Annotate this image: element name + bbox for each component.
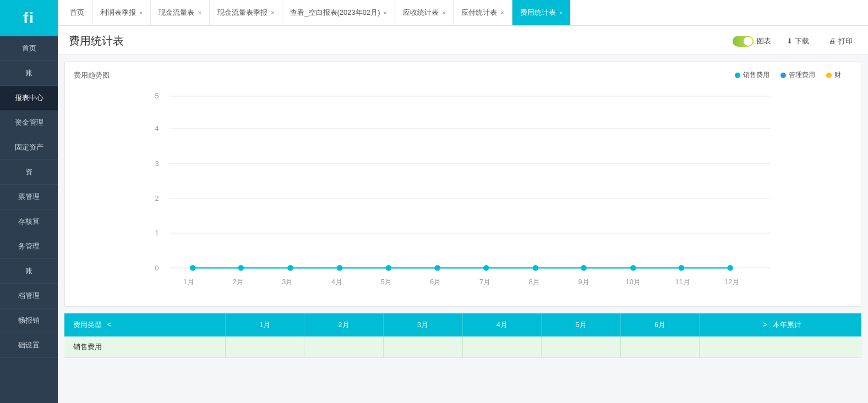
svg-text:6月: 6月 — [430, 278, 441, 286]
col-month-4: 4月 — [462, 313, 542, 336]
sidebar: fi 首页 账 报表中心 资金管理 固定资产 资 票管理 存核算 务管理 账 档… — [0, 0, 58, 403]
svg-point-21 — [630, 265, 636, 271]
nav-next-arrow[interactable]: > — [760, 320, 771, 329]
tab-payable[interactable]: 应付统计表 × — [454, 0, 512, 25]
legend-admin: 管理费用 — [780, 70, 815, 80]
svg-text:5月: 5月 — [381, 278, 392, 286]
col-month-1: 1月 — [225, 313, 304, 336]
tab-close-profit[interactable]: × — [139, 9, 143, 16]
row-month-5 — [542, 336, 621, 358]
toggle-label: 图表 — [757, 36, 771, 46]
svg-text:8月: 8月 — [529, 278, 540, 286]
chart-section: 费用趋势图 销售费用 管理费用 财 — [64, 61, 861, 307]
tab-close-receivable[interactable]: × — [442, 9, 445, 16]
sidebar-item-report-center[interactable]: 报表中心 — [0, 86, 58, 111]
svg-text:10月: 10月 — [626, 278, 641, 286]
svg-point-19 — [533, 265, 539, 271]
tab-close-payable[interactable]: × — [500, 9, 504, 16]
page-content: 费用统计表 图表 ⬇ 下载 🖨 打印 费用趋势图 — [58, 26, 868, 403]
sidebar-item-service[interactable]: 务管理 — [0, 234, 58, 259]
chart-container: 5 4 3 2 1 0 — [74, 87, 852, 297]
toggle-wrap: 图表 — [733, 36, 771, 47]
row-month-1 — [225, 336, 304, 358]
tab-close-blank-report[interactable]: × — [384, 9, 387, 16]
sidebar-item-expense[interactable]: 畅报销 — [0, 308, 58, 333]
sidebar-item-fixed-assets[interactable]: 固定资产 — [0, 135, 58, 160]
nav-prev-arrow[interactable]: < — [104, 320, 115, 329]
svg-text:4: 4 — [155, 125, 159, 133]
svg-text:3月: 3月 — [282, 278, 293, 286]
row-type-label: 销售费用 — [64, 336, 225, 358]
svg-text:1月: 1月 — [183, 278, 194, 286]
svg-text:12月: 12月 — [724, 278, 739, 286]
table-section: 费用类型 < 1月 2月 3月 4月 5月 6月 > 本年累计 — [64, 313, 861, 358]
sidebar-item-account[interactable]: 账 — [0, 61, 58, 86]
sidebar-item-archive[interactable]: 档管理 — [0, 284, 58, 308]
col-ytd: > 本年累计 — [700, 313, 861, 336]
svg-point-22 — [679, 265, 685, 271]
svg-point-18 — [483, 265, 489, 271]
tab-close-cashflow-quarterly[interactable]: × — [271, 9, 274, 16]
svg-point-13 — [238, 265, 244, 271]
row-ytd — [700, 336, 861, 358]
col-month-5: 5月 — [542, 313, 621, 336]
svg-text:2: 2 — [155, 195, 159, 202]
main-area: 首页 利润表季报 × 现金流量表 × 现金流量表季报 × 查看_空白报表(202… — [58, 0, 868, 403]
svg-point-16 — [386, 265, 392, 271]
svg-text:1: 1 — [155, 229, 159, 237]
row-month-6 — [620, 336, 700, 358]
tab-close-cashflow[interactable]: × — [198, 9, 201, 16]
row-month-4 — [462, 336, 542, 358]
svg-text:11月: 11月 — [675, 278, 690, 286]
page-header: 费用统计表 图表 ⬇ 下载 🖨 打印 — [58, 26, 868, 54]
col-month-2: 2月 — [304, 313, 384, 336]
print-button[interactable]: 🖨 打印 — [825, 34, 857, 48]
sidebar-item-fund[interactable]: 资金管理 — [0, 111, 58, 135]
svg-point-14 — [287, 265, 293, 271]
svg-text:4月: 4月 — [331, 278, 342, 286]
tab-home[interactable]: 首页 — [62, 0, 92, 25]
legend-finance: 财 — [826, 70, 841, 80]
data-table: 费用类型 < 1月 2月 3月 4月 5月 6月 > 本年累计 — [64, 313, 861, 358]
sidebar-item-ticket[interactable]: 票管理 — [0, 185, 58, 209]
sidebar-item-settings[interactable]: 础设置 — [0, 333, 58, 358]
sidebar-item-home[interactable]: 首页 — [0, 36, 58, 61]
sidebar-item-account2[interactable]: 账 — [0, 259, 58, 284]
tabs-bar: 首页 利润表季报 × 现金流量表 × 现金流量表季报 × 查看_空白报表(202… — [58, 0, 868, 26]
download-button[interactable]: ⬇ 下载 — [782, 34, 814, 48]
legend-dot-admin — [780, 73, 786, 78]
chart-toggle[interactable] — [733, 36, 754, 47]
col-type: 费用类型 < — [64, 313, 225, 336]
tab-blank-report[interactable]: 查看_空白报表(2023年02月) × — [282, 0, 395, 25]
chart-legend: 销售费用 管理费用 财 — [735, 70, 841, 80]
svg-point-20 — [581, 265, 587, 271]
tab-cashflow[interactable]: 现金流量表 × — [151, 0, 209, 25]
tab-profit[interactable]: 利润表季报 × — [92, 0, 151, 25]
row-month-3 — [383, 336, 462, 358]
legend-dot-finance — [826, 73, 832, 78]
svg-text:7月: 7月 — [479, 278, 490, 286]
row-month-2 — [304, 336, 384, 358]
print-icon: 🖨 — [829, 37, 836, 45]
sidebar-logo: fi — [0, 0, 58, 36]
svg-point-23 — [727, 265, 733, 271]
chart-svg: 5 4 3 2 1 0 — [74, 87, 852, 296]
svg-text:2月: 2月 — [232, 278, 243, 286]
tab-close-expense-stats[interactable]: × — [559, 9, 563, 16]
col-month-6: 6月 — [620, 313, 700, 336]
tab-cashflow-quarterly[interactable]: 现金流量表季报 × — [210, 0, 282, 25]
tab-expense-stats[interactable]: 费用统计表 × — [512, 0, 571, 25]
svg-text:5: 5 — [155, 92, 159, 100]
svg-point-15 — [337, 265, 343, 271]
page-title: 费用统计表 — [69, 34, 124, 48]
svg-text:3: 3 — [155, 160, 159, 168]
sidebar-item-assets2[interactable]: 资 — [0, 160, 58, 185]
sidebar-item-inventory[interactable]: 存核算 — [0, 209, 58, 234]
legend-dot-sales — [735, 73, 740, 78]
col-month-3: 3月 — [383, 313, 462, 336]
tab-receivable[interactable]: 应收统计表 × — [395, 0, 454, 25]
svg-point-17 — [434, 265, 440, 271]
page-actions: 图表 ⬇ 下载 🖨 打印 — [733, 34, 857, 48]
download-icon: ⬇ — [787, 37, 793, 45]
legend-sales: 销售费用 — [735, 70, 769, 80]
